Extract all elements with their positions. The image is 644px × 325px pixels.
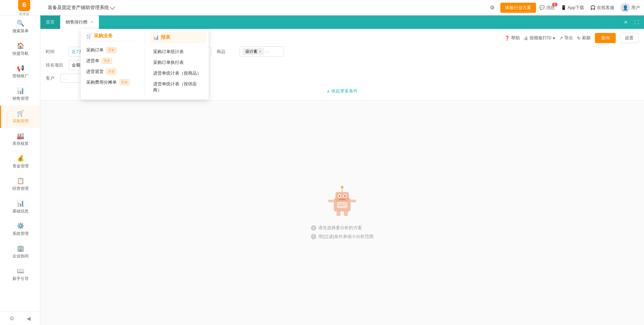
dropdown-item-purchase-order[interactable]: 采购订单 历史: [86, 45, 137, 55]
grid-icon: 📊: [17, 200, 24, 207]
message-badge: 5: [552, 3, 558, 6]
sidebar-item-basicinfo[interactable]: 📊 基础信息: [0, 196, 40, 218]
dropdown-item-label: 采购订单统计表: [153, 49, 184, 55]
collapse-sidebar-icon[interactable]: ◀: [27, 315, 31, 322]
history-badge-0: 历史: [106, 47, 116, 53]
export-button[interactable]: ↗ 导出: [559, 35, 573, 41]
tab-sales-rank[interactable]: 销售排行榜 ×: [60, 15, 99, 29]
dropdown-item-expense[interactable]: 采购费用分摊单 历史: [86, 77, 137, 88]
product-tag-close[interactable]: ×: [259, 49, 261, 54]
sidebar-label-enterprise: 企业协同: [12, 253, 29, 259]
svg-point-8: [341, 186, 344, 189]
message-icon: 💬: [539, 5, 545, 10]
sidebar-label-quick: 快捷导航: [12, 51, 29, 56]
sidebar-label-sales: 销售管理: [12, 96, 29, 101]
chart-icon: 📊: [17, 87, 24, 94]
dropdown-columns: 🛒 采购业务 采购订单 历史 进货单 历史 进货退货 历史: [81, 33, 209, 95]
dropdown-item-label: 采购费用分摊单: [86, 79, 117, 85]
svg-rect-9: [328, 200, 334, 202]
purchase-col: 🛒 采购业务 采购订单 历史 进货单 历史 进货退货 历史: [86, 33, 137, 95]
sidebar: 🔍 搜索菜单 🏠 快捷导航 📢 营销推广 📊 销售管理 🛒 采购管理 🏭 库存核…: [0, 15, 40, 325]
sidebar-bottom: ⚙ ◀: [0, 312, 40, 325]
tab-home-label: 首页: [46, 19, 55, 25]
money-icon: 💰: [17, 155, 24, 162]
sidebar-item-enterprise[interactable]: 🏢 企业协同: [0, 241, 40, 263]
dropdown-item-receiving[interactable]: 进货单 历史: [86, 55, 137, 66]
tab-home[interactable]: 首页: [40, 15, 60, 29]
step2-dot: 2: [311, 234, 316, 239]
dropdown-item-po-stats[interactable]: 采购订单统计表: [153, 46, 204, 57]
svg-rect-6: [339, 199, 346, 200]
tab-close-icon[interactable]: ×: [91, 20, 93, 25]
dropdown-item-po-exec[interactable]: 采购订单执行表: [153, 57, 204, 68]
query-button[interactable]: 查询: [595, 33, 616, 43]
dropdown-item-receiving-by-supplier[interactable]: 进货单统计表（按供应商）: [153, 79, 204, 95]
warehouse-icon: 🏭: [17, 132, 24, 139]
system-title: 装备及固定资产辅助管理系统: [48, 5, 484, 11]
svg-rect-13: [337, 202, 347, 208]
mobile-icon: 📱: [561, 5, 566, 10]
settings-filter-button[interactable]: 设置: [620, 33, 639, 43]
report-col-title: 报表: [161, 34, 170, 40]
sidebar-item-marketing[interactable]: 📢 营销推广: [0, 60, 40, 83]
sidebar-item-quick[interactable]: 🏠 快捷导航: [0, 38, 40, 60]
help-button[interactable]: ❓ 帮助: [504, 35, 520, 41]
system-title-dropdown[interactable]: 装备及固定资产辅助管理系统: [48, 5, 114, 11]
main-layout: 🔍 搜索菜单 🏠 快捷导航 📢 营销推广 📊 销售管理 🛒 采购管理 🏭 库存核…: [0, 15, 644, 325]
dropdown-item-label: 采购订单: [86, 47, 104, 53]
sidebar-item-purchase[interactable]: 🛒 采购管理: [0, 106, 40, 128]
sidebar-label-inventory: 库存核算: [12, 141, 29, 147]
dropdown-item-receiving-by-product[interactable]: 进货单统计表（按商品）: [153, 68, 204, 79]
product-more-dots[interactable]: ···: [265, 49, 269, 54]
industry-button[interactable]: 体验行业方案: [500, 3, 536, 13]
logo-area: 6 标准版: [4, 0, 44, 16]
logo-icon: 6: [18, 0, 30, 11]
settings-icon[interactable]: ⚙: [488, 3, 497, 12]
home-icon: 🏠: [17, 42, 24, 49]
svg-rect-10: [351, 200, 356, 202]
product-filter: 商品 设计素 × ···: [217, 46, 284, 57]
dropdown-item-label: 进货单: [86, 58, 99, 64]
history-badge-1: 历史: [102, 58, 112, 64]
sidebar-item-search[interactable]: 🔍 搜索菜单: [0, 15, 40, 38]
product-input[interactable]: 设计素 × ···: [240, 46, 284, 57]
clipboard-icon: 📋: [17, 177, 24, 185]
print-template-button[interactable]: 🖨 按模板打印 ▾: [524, 35, 555, 41]
headset-icon: 🎧: [590, 5, 596, 10]
content-area: 首页 销售排行榜 × ✕ ⛶ ❓ 帮助 🖨 按模板打印: [40, 15, 644, 325]
messages-button[interactable]: 💬 消息 5: [539, 5, 555, 11]
product-label: 商品: [217, 49, 237, 55]
megaphone-icon: 📢: [17, 65, 24, 72]
user-menu-button[interactable]: 👤 用户: [620, 3, 640, 12]
empty-state: 1 请先选择要分析的方案 2 用[过滤]条件来缩小分析范围: [40, 100, 644, 325]
app-download-button[interactable]: 📱 App下载: [561, 5, 584, 11]
dropdown-divider: [145, 33, 145, 95]
sidebar-item-finance[interactable]: 💰 资金管理: [0, 151, 40, 173]
sidebar-item-sales[interactable]: 📊 销售管理: [0, 83, 40, 106]
tab-close-action[interactable]: ✕: [622, 18, 630, 26]
svg-rect-11: [336, 211, 341, 216]
online-service-button[interactable]: 🎧 在线客服: [590, 5, 614, 11]
sidebar-label-search: 搜索菜单: [12, 28, 29, 34]
dropdown-item-label: 进货退货: [86, 69, 104, 75]
purchase-col-title: 采购业务: [94, 33, 113, 39]
sidebar-label-guide: 新手引导: [12, 276, 29, 282]
tab-bar-actions: ✕ ⛶: [622, 18, 644, 26]
settings-bottom-icon[interactable]: ⚙: [9, 315, 14, 322]
refresh-button[interactable]: ↻ 刷新: [577, 35, 591, 41]
sidebar-item-system[interactable]: ⚙️ 系统管理: [0, 218, 40, 241]
building-icon: 🏢: [17, 245, 24, 252]
sidebar-item-operations[interactable]: 📋 经营管理: [0, 173, 40, 196]
dropdown-item-label: 采购订单执行表: [153, 59, 184, 66]
date-label: 时间: [46, 49, 66, 55]
dropdown-item-return[interactable]: 进货退货 历史: [86, 66, 137, 77]
sidebar-label-marketing: 营销推广: [12, 73, 29, 79]
tab-maximize-action[interactable]: ⛶: [633, 18, 641, 26]
report-col-header: 📊 报表: [150, 32, 206, 43]
sidebar-item-inventory[interactable]: 🏭 库存核算: [0, 128, 40, 151]
book-icon: 📖: [17, 267, 24, 275]
help-icon: ❓: [504, 36, 510, 41]
sidebar-label-system: 系统管理: [12, 231, 29, 237]
sidebar-item-guide[interactable]: 📖 新手引导: [0, 263, 40, 286]
refresh-icon: ↻: [577, 36, 581, 41]
